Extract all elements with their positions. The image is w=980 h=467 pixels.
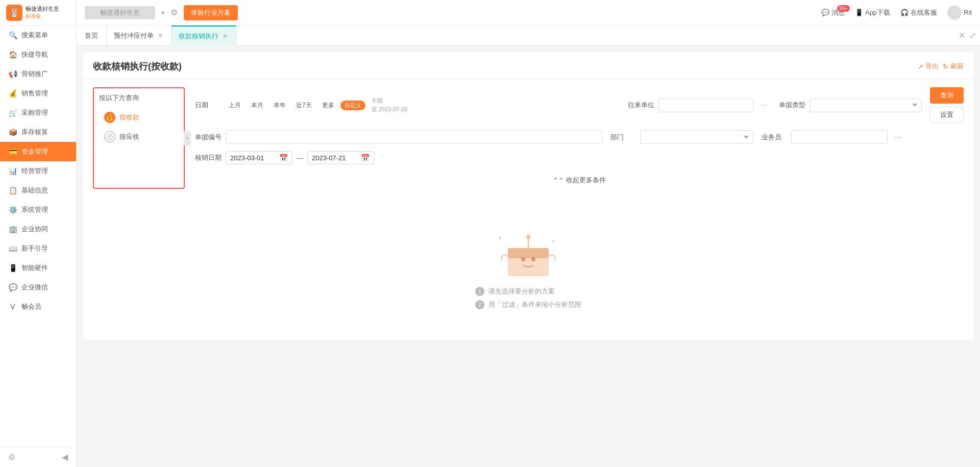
topbar: 畅捷通好生意 ▾ ⚙ 体验行业方案 💬 消息 99+ 📱 App下载 🎧 在线客… <box>77 0 980 26</box>
quicknav-icon: 🏠 <box>8 50 17 59</box>
filter-panel-collapse[interactable]: « <box>184 131 191 145</box>
staff-more-icon[interactable]: ··· <box>892 131 904 144</box>
department-select[interactable] <box>640 130 753 144</box>
topbar-brand: 畅捷通好生意 <box>85 6 155 19</box>
sidebar-item-hardware[interactable]: 📱智能硬件 <box>0 258 76 278</box>
sidebar-item-wechat[interactable]: 💬企业微信 <box>0 278 76 297</box>
empty-tip-1: 1 请先选择要分析的方案 <box>475 287 581 296</box>
logo-edition: 标准版 <box>26 13 59 20</box>
collapse-sidebar-btn[interactable]: ◀ <box>62 452 68 462</box>
tab-prepay[interactable]: 预付冲应付单 ✕ <box>107 26 172 46</box>
app-download-btn[interactable]: 📱 App下载 <box>855 8 890 17</box>
topbar-gear-icon[interactable]: ⚙ <box>170 8 178 17</box>
export-button[interactable]: ↗ 导出 <box>918 62 939 71</box>
tab-prepay-close[interactable]: ✕ <box>157 32 164 40</box>
system-icon: ⚙️ <box>8 205 17 214</box>
sidebar-item-system[interactable]: ⚙️系统管理 <box>0 200 76 219</box>
sidebar-item-search[interactable]: 🔍搜索菜单 <box>0 26 76 45</box>
guide-label: 新手引导 <box>21 244 48 253</box>
search-label: 搜索菜单 <box>21 31 48 40</box>
search-icon: 🔍 <box>8 31 17 40</box>
sidebar-nav: 🔍搜索菜单🏠快捷导航📢营销推广💰销售管理🛒采购管理📦库存核算💳资金管理📊经营管理… <box>0 26 76 447</box>
wechat-label: 企业微信 <box>21 283 48 292</box>
staff-input[interactable] <box>791 130 888 144</box>
main-area: 畅捷通好生意 ▾ ⚙ 体验行业方案 💬 消息 99+ 📱 App下载 🎧 在线客… <box>77 0 980 467</box>
app-icon: 📱 <box>855 9 863 16</box>
tip-text-1: 请先选择要分析的方案 <box>488 287 555 296</box>
user-avatar-area[interactable]: Rit <box>947 6 972 20</box>
tip-text-2: 用「过滤」条件来缩小分析范围 <box>488 300 581 309</box>
sidebar-item-operations[interactable]: 📊经营管理 <box>0 161 76 181</box>
content-area: 收款核销执行(按收款) ↗ 导出 ↻ 刷新 按以下方查询 <box>77 46 980 467</box>
date-btn-this-month[interactable]: 本月 <box>247 100 267 111</box>
writeoff-start-wrap[interactable]: 📅 <box>226 151 292 164</box>
date-btn-last-month[interactable]: 上月 <box>225 100 245 111</box>
svg-text:✦: ✦ <box>498 235 503 242</box>
staff-label: 业务员 <box>762 133 787 142</box>
guide-icon: 📖 <box>8 244 17 253</box>
sidebar-item-basics[interactable]: 📋基础信息 <box>0 181 76 200</box>
sidebar-item-sales[interactable]: 💰销售管理 <box>0 84 76 103</box>
sidebar-item-member[interactable]: V畅会员 <box>0 297 76 316</box>
settings-button[interactable]: 设置 <box>930 107 964 123</box>
voucher-type-select[interactable] <box>810 99 922 112</box>
system-label: 系统管理 <box>21 205 48 214</box>
sidebar-item-purchase[interactable]: 🛒采购管理 <box>0 103 76 122</box>
logo-text-block: 畅捷通好生意 标准版 <box>26 5 59 19</box>
filter-option-by-receivable[interactable]: 🕐 按应收 <box>99 127 179 146</box>
sidebar-item-marketing[interactable]: 📢营销推广 <box>0 64 76 84</box>
tip-num-1: 1 <box>475 287 484 296</box>
tab-expand-btn[interactable]: ⤢ <box>969 31 976 40</box>
date-btn-7days[interactable]: 近7天 <box>292 100 316 111</box>
sidebar-item-quicknav[interactable]: 🏠快捷导航 <box>0 45 76 64</box>
solution-button[interactable]: 体验行业方案 <box>184 5 238 20</box>
settings-icon[interactable]: ⚙ <box>8 452 15 462</box>
by-receivable-label: 按应收 <box>119 132 139 141</box>
tab-collection-close[interactable]: ✕ <box>222 32 229 40</box>
filter-option-by-receipt[interactable]: 💰 按收款 <box>99 108 179 127</box>
writeoff-date-range: 📅 — 📅 <box>226 151 374 164</box>
collapse-conditions-btn[interactable]: ⌃⌃ 收起更多条件 <box>195 171 964 189</box>
sidebar-item-enterprise[interactable]: 🏢企业协同 <box>0 219 76 239</box>
counterpart-input[interactable] <box>658 99 754 112</box>
counterpart-more-icon[interactable]: ··· <box>758 99 771 112</box>
writeoff-start-input[interactable] <box>230 154 276 162</box>
date-btn-more[interactable]: 更多 <box>318 100 338 111</box>
basics-label: 基础信息 <box>21 186 48 195</box>
voucher-type-label: 单据类型 <box>779 101 805 110</box>
page-title: 收款核销执行(按收款) <box>93 60 182 72</box>
hardware-icon: 📱 <box>8 263 17 273</box>
voucher-no-input[interactable] <box>226 130 602 144</box>
sidebar-item-inventory[interactable]: 📦库存核算 <box>0 122 76 142</box>
online-service-btn[interactable]: 🎧 在线客服 <box>900 8 937 17</box>
date-label: 日期 <box>195 101 220 110</box>
logo-brand: 畅捷通好生意 <box>26 5 59 12</box>
query-button[interactable]: 查询 <box>930 87 964 104</box>
sidebar-item-guide[interactable]: 📖新手引导 <box>0 239 76 258</box>
export-label: 导出 <box>925 62 939 71</box>
enterprise-icon: 🏢 <box>8 225 17 234</box>
username: Rit <box>964 9 972 16</box>
refresh-icon: ↻ <box>943 63 948 70</box>
writeoff-end-input[interactable] <box>312 154 358 162</box>
svg-rect-1 <box>508 248 549 258</box>
sales-label: 销售管理 <box>21 89 48 98</box>
tab-home[interactable]: 首页 <box>77 26 107 46</box>
writeoff-end-wrap[interactable]: 📅 <box>307 151 374 164</box>
voucher-no-label: 单据编号 <box>195 133 222 142</box>
filter-row-2: 单据编号 部门 业务员 ··· <box>195 130 964 144</box>
messages-btn[interactable]: 💬 消息 99+ <box>821 8 845 17</box>
receipt-icon: 💰 <box>104 112 115 123</box>
tab-collection[interactable]: 收款核销执行 ✕ <box>172 26 236 46</box>
counterpart-label: 往来单位 <box>628 101 654 110</box>
sidebar-item-finance[interactable]: 💳资金管理 <box>0 142 76 161</box>
empty-state: ✦ ✦ 1 请先选择要分析的方案 2 用「过滤」条件来缩小分析范围 <box>83 197 974 340</box>
svg-point-3 <box>531 257 535 261</box>
basics-icon: 📋 <box>8 186 17 195</box>
tab-close-all-btn[interactable]: ✕ <box>959 31 965 40</box>
sidebar: 🐰 畅捷通好生意 标准版 🔍搜索菜单🏠快捷导航📢营销推广💰销售管理🛒采购管理📦库… <box>0 0 77 467</box>
calendar-start-icon: 📅 <box>279 154 288 162</box>
refresh-button[interactable]: ↻ 刷新 <box>943 62 964 71</box>
purchase-label: 采购管理 <box>21 108 48 117</box>
date-btn-this-year[interactable]: 本年 <box>270 100 290 111</box>
